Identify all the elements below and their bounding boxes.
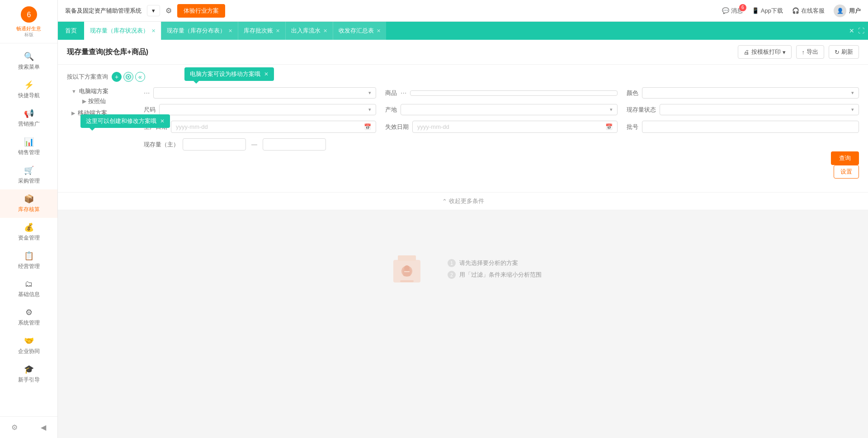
tip-num-1: 1: [448, 259, 456, 267]
tip-num-2: 2: [448, 271, 456, 279]
sidebar-item-label: 基础信息: [18, 291, 40, 298]
system-selector[interactable]: ▾: [147, 5, 160, 16]
industry-plan-button[interactable]: 体验行业方案: [177, 4, 225, 18]
sidebar-item-inventory[interactable]: 📦 库存核算: [0, 189, 57, 218]
sidebar-item-label: 企业协同: [18, 348, 40, 355]
empty-state: 1 请先选择要分析的方案 2 用「过滤」条件来缩小分析范围: [58, 210, 868, 328]
sidebar-item-marketing[interactable]: 📢 营销推广: [0, 104, 57, 132]
tooltip-1-close[interactable]: ✕: [264, 71, 269, 77]
sidebar-item-shortcut[interactable]: ⚡ 快捷导航: [0, 75, 57, 104]
scheme-child-item[interactable]: ▶ 按照仙: [82, 97, 106, 105]
warehouse-select[interactable]: ▾: [153, 87, 376, 99]
more-dots-goods[interactable]: ···: [401, 89, 406, 97]
tab-inventory-distribution[interactable]: 现存量（库存分布表） ✕: [161, 22, 238, 40]
chevron-down-icon: ▾: [851, 107, 854, 113]
tip-text-1: 请先选择要分析的方案: [459, 259, 518, 267]
sidebar-item-system[interactable]: ⚙ 系统管理: [0, 303, 57, 331]
filter-row-2: 尺码 ▾ 产地 ▾: [144, 104, 859, 115]
gear-icon[interactable]: ⚙: [165, 6, 172, 15]
origin-select[interactable]: ▾: [401, 104, 618, 115]
scheme-pc-toggle[interactable]: ▼ 电脑端方案: [71, 87, 108, 95]
tab-inout-flow[interactable]: 出入库流水 ✕: [285, 22, 333, 40]
empty-row: 1 请先选择要分析的方案 2 用「过滤」条件来缩小分析范围: [384, 246, 542, 292]
tab-label: 库存批次账: [244, 27, 273, 35]
sidebar-item-label: 库存核算: [18, 206, 40, 213]
edit-filter-button[interactable]: [123, 72, 133, 82]
operation-icon: 📋: [24, 251, 34, 261]
size-label: 尺码: [144, 106, 156, 114]
collapse-bar[interactable]: ⌃ 收起更多条件: [58, 193, 868, 210]
back-filter-button[interactable]: «: [135, 72, 145, 82]
system-name: 装备及固定资产辅助管理系统: [65, 7, 142, 15]
collapse-sidebar-button[interactable]: ◀: [39, 421, 48, 433]
tab-inventory-batch[interactable]: 库存批次账 ✕: [238, 22, 285, 40]
more-dots-warehouse[interactable]: ···: [144, 89, 150, 97]
batch-input[interactable]: [642, 121, 859, 133]
chevron-down-icon: ▾: [152, 7, 155, 14]
sidebar-item-operation[interactable]: 📋 经营管理: [0, 246, 57, 275]
goods-select[interactable]: [410, 90, 618, 96]
close-icon[interactable]: ✕: [228, 28, 232, 34]
close-icon[interactable]: ✕: [151, 28, 156, 34]
online-service-button[interactable]: 🎧 在线客服: [792, 7, 825, 15]
user-name: 用户: [849, 7, 861, 15]
online-service-label: 在线客服: [801, 7, 825, 15]
tab-label: 现存量（库存分布表）: [167, 27, 226, 35]
stock-main-min-input[interactable]: [183, 138, 246, 151]
batch-label: 批号: [627, 123, 638, 131]
stock-main-max-input[interactable]: [263, 138, 326, 151]
expiry-date-input[interactable]: yyyy-mm-dd 📅: [412, 121, 618, 133]
empty-tips: 1 请先选择要分析的方案 2 用「过滤」条件来缩小分析范围: [448, 259, 542, 279]
close-icon[interactable]: ✕: [377, 28, 381, 34]
add-filter-button[interactable]: +: [112, 72, 122, 82]
sidebar-item-purchase[interactable]: 🛒 采购管理: [0, 161, 57, 189]
sidebar-item-finance[interactable]: 💰 资金管理: [0, 218, 57, 246]
main-content: 装备及固定资产辅助管理系统 ▾ ⚙ 体验行业方案 💬 消息 6 📱 App下载 …: [58, 0, 868, 438]
size-select[interactable]: ▾: [159, 104, 376, 115]
system-icon: ⚙: [25, 307, 33, 317]
tooltip-2-close[interactable]: ✕: [160, 118, 165, 124]
search-button[interactable]: 查询: [831, 151, 859, 165]
sidebar-bottom: ⚙ ◀: [0, 416, 57, 438]
filter-actions-group: + «: [112, 72, 145, 82]
maximize-button[interactable]: ⛶: [858, 27, 864, 34]
sidebar-item-cooperation[interactable]: 🤝 企业协同: [0, 331, 57, 360]
close-icon[interactable]: ✕: [276, 28, 280, 34]
setting-button[interactable]: 设置: [834, 165, 859, 179]
filter-row-1: ··· ▾ 商品 ···: [144, 87, 859, 99]
stock-status-select[interactable]: ▾: [660, 104, 859, 115]
filter-item-size: 尺码 ▾: [144, 104, 376, 115]
sidebar-logo: 6 畅通好生意 标版: [0, 0, 57, 43]
tab-label: 现存量（库存状况表）: [90, 27, 149, 35]
color-select[interactable]: ▾: [642, 87, 859, 99]
topbar-right: 💬 消息 6 📱 App下载 🎧 在线客服 👤 用户: [722, 5, 861, 17]
user-menu[interactable]: 👤 用户: [834, 5, 861, 17]
export-button[interactable]: ↑ 导出: [796, 45, 825, 59]
close-icon[interactable]: ✕: [323, 28, 327, 34]
sidebar-item-search[interactable]: 🔍 搜索菜单: [0, 47, 57, 75]
range-dash: —: [250, 141, 259, 148]
origin-label: 产地: [385, 106, 397, 114]
tooltip-1: 电脑方案可设为移动方案哦 ✕: [184, 67, 274, 81]
sidebar-item-guide[interactable]: 🎓 新手引导: [0, 360, 57, 388]
tip-text-2: 用「过滤」条件来缩小分析范围: [459, 271, 542, 279]
sidebar-item-sales[interactable]: 📊 销售管理: [0, 132, 57, 161]
message-button[interactable]: 💬 消息 6: [722, 7, 743, 15]
tab-summary[interactable]: 收发存汇总表 ✕: [333, 22, 386, 40]
expiry-date-placeholder: yyyy-mm-dd: [417, 123, 449, 130]
prod-date-input[interactable]: yyyy-mm-dd 📅: [171, 121, 376, 133]
template-print-button[interactable]: 🖨 按模板打印 ▾: [738, 45, 792, 59]
page-content: 现存量查询(按仓库+商品) 🖨 按模板打印 ▾ ↑ 导出 ↻ 刷新: [58, 40, 868, 438]
marketing-icon: 📢: [24, 108, 34, 118]
refresh-button[interactable]: ↻ 刷新: [829, 45, 859, 59]
close-all-tab-button[interactable]: ✕: [849, 27, 854, 34]
tab-home[interactable]: 首页: [58, 22, 84, 40]
prod-date-placeholder: yyyy-mm-dd: [176, 123, 208, 130]
tooltip-2-text: 这里可以创建和修改方案哦: [86, 117, 156, 125]
filter-item-expiry-date: 失效日期 yyyy-mm-dd 📅: [385, 121, 618, 133]
settings-bottom-button[interactable]: ⚙: [9, 421, 19, 433]
app-download-button[interactable]: 📱 App下载: [752, 7, 783, 15]
tab-inventory-status[interactable]: 现存量（库存状况表） ✕: [84, 22, 161, 40]
sidebar-item-basic[interactable]: 🗂 基础信息: [0, 275, 57, 303]
scheme-pc-children: ▶ 按照仙: [71, 97, 106, 105]
